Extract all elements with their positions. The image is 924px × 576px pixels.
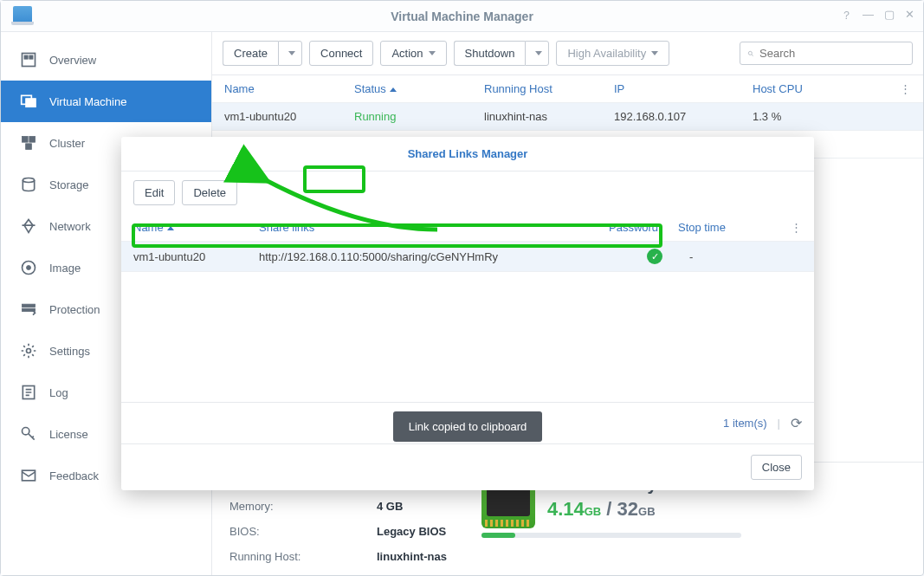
envelope-icon xyxy=(20,467,37,484)
overview-icon xyxy=(20,51,37,68)
sidebar-item-virtual-machine[interactable]: Virtual Machine xyxy=(1,81,211,122)
modal-button-bar: Close xyxy=(121,443,814,490)
modal-table-header: Name Share links Password Stop time ⋮ xyxy=(121,214,814,242)
search-icon xyxy=(747,48,754,60)
edit-button[interactable]: Edit xyxy=(133,180,175,205)
svg-rect-6 xyxy=(29,137,36,143)
vm-table-header: Name Status Running Host IP Host CPU ⋮ xyxy=(212,75,923,103)
col-stop-time[interactable]: Stop time xyxy=(678,221,791,234)
more-columns-icon[interactable]: ⋮ xyxy=(900,82,911,95)
svg-point-8 xyxy=(23,178,34,183)
shared-links-modal: Shared Links Manager Edit Delete Name Sh… xyxy=(121,137,814,490)
detail-value: Legacy BIOS xyxy=(377,525,447,538)
more-columns-icon[interactable]: ⋮ xyxy=(791,221,802,234)
image-icon xyxy=(20,259,37,276)
shared-links-table: Name Share links Password Stop time ⋮ vm… xyxy=(121,214,814,272)
col-name[interactable]: Name xyxy=(133,221,259,234)
sidebar-label: Image xyxy=(49,262,81,275)
svg-rect-2 xyxy=(29,55,33,59)
toolbar: Create Connect Action Shutdown High Avai… xyxy=(212,32,923,75)
sidebar-label: License xyxy=(49,428,88,441)
sidebar-label: Log xyxy=(49,386,68,399)
gear-icon xyxy=(20,342,37,359)
col-password[interactable]: Password xyxy=(609,221,678,234)
detail-label: Memory: xyxy=(229,500,377,513)
detail-value: linuxhint-nas xyxy=(377,550,447,563)
svg-rect-7 xyxy=(26,144,32,150)
shutdown-button[interactable]: Shutdown xyxy=(454,41,526,66)
sidebar-label: Protection xyxy=(49,303,100,316)
sidebar-label: Overview xyxy=(49,54,96,67)
col-share-links[interactable]: Share links xyxy=(259,221,609,234)
memory-bar xyxy=(481,533,741,538)
chevron-down-icon xyxy=(535,51,542,55)
maximize-icon[interactable]: ▢ xyxy=(884,8,895,23)
detail-label: BIOS: xyxy=(229,525,377,538)
close-icon[interactable]: ✕ xyxy=(905,8,914,23)
key-icon xyxy=(20,425,37,443)
svg-point-15 xyxy=(23,428,29,435)
cluster-icon xyxy=(20,134,37,152)
delete-button[interactable]: Delete xyxy=(182,180,237,205)
help-icon[interactable]: ？ xyxy=(841,8,852,23)
col-host[interactable]: Running Host xyxy=(484,82,614,95)
connect-button[interactable]: Connect xyxy=(309,41,373,66)
storage-icon xyxy=(20,176,37,193)
svg-rect-11 xyxy=(23,304,36,307)
col-cpu[interactable]: Host CPU xyxy=(753,82,900,95)
table-row[interactable]: vm1-ubuntu20 http://192.168.0.110:5000/s… xyxy=(121,242,814,272)
high-availability-button[interactable]: High Availability xyxy=(556,41,669,66)
col-status[interactable]: Status xyxy=(354,82,484,95)
minimize-icon[interactable]: — xyxy=(863,8,874,23)
svg-point-13 xyxy=(27,349,31,353)
sidebar-item-overview[interactable]: Overview xyxy=(1,39,211,81)
chevron-down-icon xyxy=(288,51,295,55)
vm-icon xyxy=(20,93,37,110)
svg-rect-4 xyxy=(26,99,36,107)
action-button[interactable]: Action xyxy=(380,41,446,66)
detail-label: Running Host: xyxy=(229,550,377,563)
check-icon: ✓ xyxy=(647,249,662,264)
svg-point-17 xyxy=(748,51,752,55)
shutdown-button-group: Shutdown xyxy=(454,41,550,66)
close-button[interactable]: Close xyxy=(751,455,802,480)
table-row[interactable]: vm1-ubuntu20 Running linuxhint-nas 192.1… xyxy=(212,103,923,131)
app-title: Virtual Machine Manager xyxy=(391,10,533,23)
svg-rect-1 xyxy=(24,55,28,59)
svg-rect-5 xyxy=(23,137,29,143)
modal-toolbar: Edit Delete xyxy=(121,172,814,214)
sidebar-label: Storage xyxy=(49,178,89,191)
protection-icon xyxy=(20,301,37,318)
col-ip[interactable]: IP xyxy=(614,82,753,95)
sidebar-label: Settings xyxy=(49,345,90,358)
sidebar-label: Feedback xyxy=(49,469,99,482)
modal-title: Shared Links Manager xyxy=(121,137,814,172)
detail-value: 4 GB xyxy=(377,500,447,513)
window-controls: ？ — ▢ ✕ xyxy=(841,8,914,23)
sidebar-label: Virtual Machine xyxy=(49,95,126,108)
svg-point-10 xyxy=(27,266,31,270)
app-logo xyxy=(13,6,32,22)
sidebar-label: Network xyxy=(49,220,91,233)
sidebar-label: Cluster xyxy=(49,137,85,150)
modal-footer: 1 item(s) | ⟳ xyxy=(121,402,814,443)
search-box[interactable] xyxy=(740,42,913,65)
item-count: 1 item(s) xyxy=(723,417,767,430)
log-icon xyxy=(20,384,37,401)
chevron-down-icon xyxy=(651,51,658,55)
shutdown-dropdown[interactable] xyxy=(525,41,549,66)
search-input[interactable] xyxy=(759,47,905,60)
network-icon xyxy=(20,217,37,235)
create-dropdown[interactable] xyxy=(278,41,302,66)
refresh-icon[interactable]: ⟳ xyxy=(791,415,802,431)
col-name[interactable]: Name xyxy=(224,82,354,95)
create-button-group: Create xyxy=(223,41,302,66)
titlebar: Virtual Machine Manager ？ — ▢ ✕ xyxy=(1,1,923,32)
create-button[interactable]: Create xyxy=(223,41,278,66)
chevron-down-icon xyxy=(429,51,436,55)
